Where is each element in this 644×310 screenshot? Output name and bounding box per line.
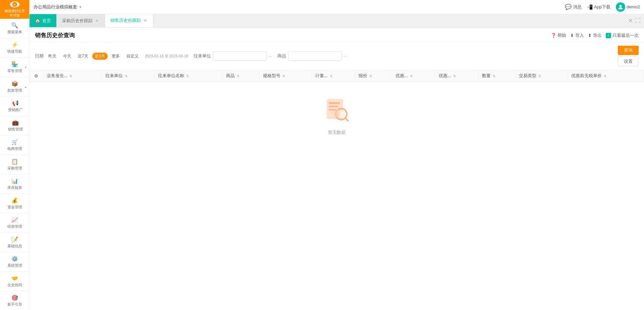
sales-icon: 💼 — [12, 119, 19, 126]
sidebar-item-label: 搜索菜单 — [7, 30, 22, 35]
sidebar-item-label: 快捷导航 — [7, 49, 22, 54]
chevron-down-icon: ▼ — [24, 66, 27, 69]
user-menu[interactable]: demo2 — [616, 2, 640, 12]
th-discount1[interactable]: 优惠... ⇅ — [392, 70, 435, 82]
sort-icon: ⇅ — [369, 74, 372, 78]
finance-icon: 💰 — [11, 197, 18, 204]
counterparty-filter-group: 往来单位 ··· — [194, 51, 272, 61]
th-quote[interactable]: 报价 ⇅ — [355, 70, 392, 82]
sidebar-item-sales-mgmt[interactable]: 💼 销售管理 — [0, 116, 29, 136]
tab-sales-history[interactable]: 销售历史价跟踪 ✕ — [105, 14, 153, 27]
sidebar-item-label: 新手引导 — [7, 302, 22, 307]
date-btn-yesterday[interactable]: 昨天 — [46, 53, 59, 60]
sidebar-item-finance[interactable]: 💰 资金管理 — [0, 194, 29, 213]
sort-icon: ⇅ — [125, 74, 127, 78]
th-counterparty-code-label: 往来单位 — [105, 73, 123, 79]
download-icon: 📲 — [587, 4, 593, 10]
th-pretax-price[interactable]: 优惠前无税单价 ⇅ — [568, 70, 644, 82]
sidebar-item-enterprise-coop[interactable]: 🤝 企业协同 — [0, 272, 29, 291]
help-icon: ❓ — [551, 33, 556, 38]
import-icon: ⬇ — [570, 33, 574, 38]
content-area: 销售历史价查询 ❓ 帮助 ⬇ 导入 ⬆ 导出 ✓ — [30, 28, 644, 310]
sidebar-item-purchase-mgmt[interactable]: 📋 采购管理 — [0, 155, 29, 174]
goods-input[interactable] — [288, 51, 342, 61]
sidebar-item-quick-nav[interactable]: ⚡ 快捷导航 — [0, 38, 29, 58]
help-button[interactable]: ❓ 帮助 — [551, 33, 566, 39]
th-quantity-label: 数量 — [482, 73, 491, 79]
sidebar-item-search-menu[interactable]: 🔍 搜索菜单 — [0, 19, 29, 38]
business-icon: 📈 — [11, 217, 18, 223]
th-counterparty-code[interactable]: 往来单位 ⇅ — [102, 70, 154, 82]
fullscreen-button[interactable]: ⛶ — [635, 18, 641, 24]
sidebar-item-basic-info[interactable]: 📝 基础信息 — [0, 233, 29, 252]
close-all-tabs-button[interactable]: ✕ — [628, 17, 633, 24]
app-download-button[interactable]: 📲 App下载 — [587, 4, 610, 10]
sidebar-item-retail-mgmt[interactable]: 🏪 零售管理 ▼ — [0, 58, 29, 77]
marketing-icon: 📢 — [12, 100, 19, 106]
account-dropdown[interactable]: 办公用品行业模拟账套 ▼ — [34, 4, 82, 10]
sidebar-item-newbie[interactable]: 🎯 新手引导 — [0, 291, 29, 310]
avatar — [616, 2, 625, 12]
date-btn-more[interactable]: 更多 — [109, 53, 122, 60]
sidebar-item-ecommerce[interactable]: 🛒 电商管理 — [0, 136, 29, 155]
export-icon: ⬆ — [588, 33, 592, 38]
message-icon: 💬 — [565, 4, 572, 10]
th-biz-date-label: 业务发生... — [47, 73, 68, 79]
date-filter-label: 日期 — [35, 53, 44, 59]
search-menu-icon: 🔍 — [11, 22, 18, 29]
tab-purchase-history[interactable]: 采购历史价跟踪 ✕ — [57, 14, 105, 27]
export-button[interactable]: ⬆ 导出 — [588, 33, 602, 39]
query-button[interactable]: 查询 — [618, 46, 639, 55]
sidebar-item-wholesale-mgmt[interactable]: 📦 批发管理 ▲ — [0, 77, 29, 97]
page-title: 销售历史价查询 — [35, 32, 75, 39]
goods-dots-button[interactable]: ··· — [343, 53, 347, 59]
app-subtitle: 标准版 — [10, 13, 20, 18]
th-discount1-label: 优惠... — [395, 73, 408, 79]
sidebar-item-label: 企业协同 — [7, 282, 22, 288]
empty-state: 暂无数据 — [30, 82, 644, 149]
date-btn-1month[interactable]: 近1月 — [92, 53, 108, 60]
sidebar-item-business-mgmt[interactable]: 📈 经营管理 — [0, 213, 29, 233]
sidebar-item-system[interactable]: ⚙️ 系统管理 — [0, 252, 29, 272]
th-goods[interactable]: 商品 ⇅ — [223, 70, 260, 82]
sidebar-item-label: 采购管理 — [7, 166, 22, 171]
close-tab-purchase-history[interactable]: ✕ — [95, 18, 99, 23]
setting-button[interactable]: 设置 — [618, 56, 639, 66]
sidebar-item-inventory[interactable]: 📊 库存核算 — [0, 174, 29, 194]
username-label: demo2 — [627, 4, 640, 9]
svg-rect-4 — [329, 106, 338, 107]
counterparty-input[interactable] — [213, 51, 267, 61]
page-container: 销售历史价查询 ❓ 帮助 ⬇ 导入 ⬆ 导出 ✓ — [30, 28, 644, 310]
th-discount2[interactable]: 优惠... ⇅ — [435, 70, 479, 82]
th-trade-type-label: 交易类型 — [519, 73, 536, 79]
enterprise-coop-icon: 🤝 — [11, 275, 18, 281]
basic-info-icon: 📝 — [11, 236, 18, 243]
svg-line-8 — [345, 118, 348, 121]
close-tab-sales-history[interactable]: ✕ — [143, 18, 148, 23]
th-trade-type[interactable]: 交易类型 ⇅ — [515, 70, 568, 82]
counterparty-dots-button[interactable]: ··· — [268, 53, 272, 59]
svg-point-1 — [620, 5, 622, 7]
only-last-checkbox[interactable]: ✓ 只看最后一次 — [606, 33, 639, 39]
data-table: ⚙ 业务发生... ⇅ 往来单位 — [30, 70, 644, 82]
retail-icon: 🏪 — [11, 61, 18, 67]
th-counterparty-name[interactable]: 往来单位名称 ⇅ — [154, 70, 222, 82]
tab-home[interactable]: 🏠 首页 — [30, 14, 57, 27]
th-unit[interactable]: 计量... ⇅ — [312, 70, 355, 82]
message-button[interactable]: 💬 消息 — [565, 4, 582, 10]
sidebar-item-marketing[interactable]: 📢 营销推广 — [0, 97, 29, 116]
th-gear[interactable]: ⚙ — [30, 70, 43, 82]
logo-icon — [10, 1, 19, 7]
date-btn-today[interactable]: 今天 — [60, 53, 74, 60]
topbar-left: 办公用品行业模拟账套 ▼ — [34, 4, 82, 10]
date-btn-custom[interactable]: 自定义 — [124, 53, 141, 60]
date-btn-7days[interactable]: 近7天 — [75, 53, 91, 60]
th-quantity[interactable]: 数量 ⇅ — [479, 70, 516, 82]
import-button[interactable]: ⬇ 导入 — [570, 33, 584, 39]
ecommerce-icon: 🛒 — [11, 139, 18, 145]
th-spec-label: 规格型号 — [263, 73, 280, 79]
th-spec[interactable]: 规格型号 ⇅ — [259, 70, 312, 82]
message-label: 消息 — [573, 4, 582, 10]
th-goods-label: 商品 — [226, 73, 235, 79]
th-biz-date[interactable]: 业务发生... ⇅ — [43, 70, 102, 82]
